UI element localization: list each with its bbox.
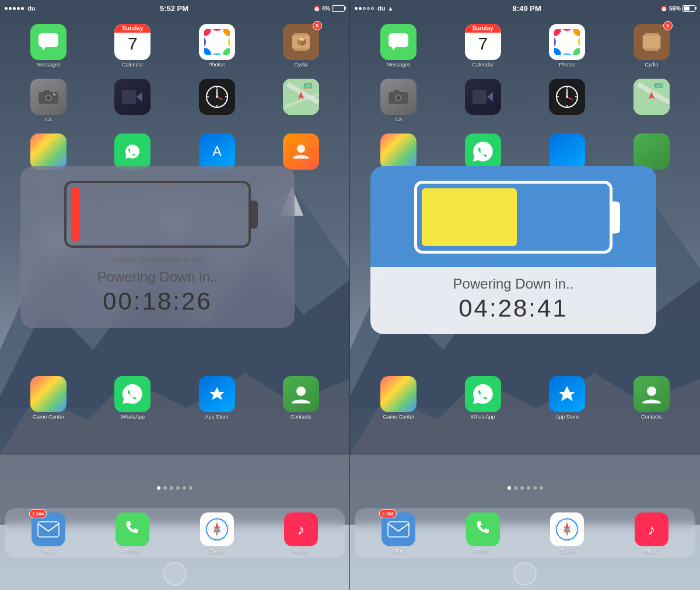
clock-icon-left[interactable] xyxy=(199,79,235,115)
app-cydia-right[interactable]: 5 Cydia xyxy=(611,24,693,68)
dot-3-left xyxy=(170,486,173,490)
dock-safari-right[interactable]: Safari xyxy=(526,512,608,554)
app-messages-left[interactable]: Messages xyxy=(8,24,89,68)
svg-point-91 xyxy=(566,96,568,98)
phone-icon-right[interactable] xyxy=(466,512,500,546)
app-contacts-row3-left[interactable] xyxy=(260,134,342,170)
app-whatsapp-row3-left[interactable] xyxy=(92,134,173,170)
dock-phone-left[interactable]: Phone xyxy=(92,512,173,554)
dock-music-left[interactable]: ♪ Music xyxy=(260,512,342,554)
safari-icon-right[interactable] xyxy=(550,512,584,546)
app-appstore-right[interactable]: App Store xyxy=(526,376,608,420)
app-cydia-left[interactable]: 📦 5 Cydia xyxy=(260,24,342,68)
calendar-icon-left[interactable]: Sunday 7 xyxy=(114,24,150,60)
app-photos-right[interactable]: Photos xyxy=(526,24,608,68)
contacts-icon-row3-left[interactable] xyxy=(283,134,319,170)
gamecenter-icon-left[interactable] xyxy=(30,134,66,170)
svg-point-84 xyxy=(397,96,400,100)
battery-popup-left: Battery Percentage is 4% Powering Down i… xyxy=(20,166,295,328)
whatsapp-icon-right[interactable] xyxy=(465,376,501,412)
maps-icon-left[interactable]: 280 280 xyxy=(283,79,319,115)
app-messages-right[interactable]: Messages xyxy=(358,24,440,68)
app-calendar-right[interactable]: Sunday 7 Calendar xyxy=(442,24,524,68)
dock-music-right[interactable]: ♪ Music xyxy=(611,512,693,554)
left-phone: du 5:52 PM ⏰ 4% Messages xyxy=(0,0,350,590)
app-gc-partial-right[interactable] xyxy=(358,134,440,170)
clock-icon-right[interactable] xyxy=(549,79,585,115)
svg-point-17 xyxy=(204,29,212,37)
app-ct-partial-right[interactable] xyxy=(611,134,693,170)
videos-icon-right[interactable] xyxy=(465,79,501,115)
appstore-icon-left[interactable] xyxy=(199,376,235,412)
app-wa-partial-right[interactable] xyxy=(442,134,524,170)
app-camera-left[interactable]: Ca xyxy=(8,79,89,122)
camera-label-left: Ca xyxy=(45,117,52,122)
app-appstore-left[interactable]: App Store xyxy=(176,376,258,420)
gc-partial-icon-right[interactable] xyxy=(380,134,416,170)
dock-mail-right[interactable]: 2,382 Mail xyxy=(358,512,440,554)
app-maps-left[interactable]: 280 280 xyxy=(260,79,342,122)
ct-partial-icon-right[interactable] xyxy=(634,134,670,170)
messages-icon-left[interactable] xyxy=(30,24,66,60)
app-appstore-row3-left[interactable]: A xyxy=(176,134,258,170)
contacts-icon-left[interactable] xyxy=(283,376,319,412)
mail-badge-right: 2,382 xyxy=(379,509,397,518)
music-icon-left[interactable]: ♪ xyxy=(284,512,318,546)
phone-icon-left[interactable] xyxy=(116,512,149,546)
photos-icon-right[interactable] xyxy=(549,24,585,60)
dock-mail-left[interactable]: 2,384 Mail xyxy=(8,512,89,554)
whatsapp-icon-row3-left[interactable] xyxy=(114,134,150,170)
maps-icon-right[interactable]: 280 xyxy=(634,79,670,115)
app-partial-w-left[interactable] xyxy=(8,134,89,170)
safari-icon-left[interactable] xyxy=(200,512,234,546)
calendar-icon-right[interactable]: Sunday 7 xyxy=(465,24,501,60)
appstore-icon-right[interactable] xyxy=(549,376,585,412)
messages-icon-right[interactable] xyxy=(380,24,416,60)
cydia-icon-left[interactable]: 📦 5 xyxy=(283,24,319,60)
camera-icon-right[interactable] xyxy=(380,79,416,115)
contacts-icon-right[interactable] xyxy=(634,376,670,412)
home-button-right[interactable] xyxy=(513,562,537,585)
dock-phone-right[interactable]: Phone xyxy=(442,512,524,554)
music-icon-right[interactable]: ♪ xyxy=(635,512,668,546)
app-clock-left[interactable] xyxy=(176,79,258,122)
svg-rect-20 xyxy=(294,33,308,36)
svg-rect-8 xyxy=(38,33,58,47)
dock-safari-left[interactable]: Safari xyxy=(176,512,258,554)
mail-icon-left[interactable]: 2,384 xyxy=(32,512,65,546)
app-photos-left[interactable]: Photos xyxy=(176,24,258,68)
app-gamecenter-left[interactable]: Game Center xyxy=(8,376,89,420)
app-grid-row3-right: Game Center WhatsApp App Store Contacts xyxy=(353,373,697,423)
mail-icon-right[interactable]: 2,382 xyxy=(382,512,415,546)
photos-icon-left[interactable] xyxy=(199,24,235,60)
gamecenter-icon2-left[interactable] xyxy=(30,376,66,412)
home-button-left[interactable] xyxy=(163,562,187,585)
cydia-label-right: Cydia xyxy=(645,62,658,68)
wa-partial-icon-right[interactable] xyxy=(465,134,501,170)
status-left-right: du ▲ xyxy=(355,5,393,12)
status-bar-right: du ▲ 8:49 PM ⏰ 56% xyxy=(350,0,700,16)
gamecenter-icon-right[interactable] xyxy=(380,376,416,412)
svg-text:280: 280 xyxy=(304,84,312,88)
app-maps-right[interactable]: 280 xyxy=(611,79,693,122)
app-whatsapp-left[interactable]: WhatsApp xyxy=(92,376,173,420)
svg-point-15 xyxy=(204,47,212,55)
appstore-icon-row3-left[interactable]: A xyxy=(199,134,235,170)
videos-icon-left[interactable] xyxy=(114,79,150,115)
app-as-partial-right[interactable] xyxy=(526,134,608,170)
app-whatsapp-right[interactable]: WhatsApp xyxy=(442,376,524,420)
app-gamecenter-right[interactable]: Game Center xyxy=(358,376,440,420)
app-camera-right[interactable]: Ca xyxy=(358,79,440,122)
app-clock-right[interactable] xyxy=(526,79,608,122)
battery-percent-text-left: Battery Percentage is 4% xyxy=(38,255,277,264)
whatsapp-icon-left[interactable] xyxy=(114,376,150,412)
app-videos-left[interactable] xyxy=(92,79,173,122)
app-videos-right[interactable] xyxy=(442,79,524,122)
cydia-icon-right[interactable]: 5 xyxy=(634,24,670,60)
app-calendar-left[interactable]: Sunday 7 Calendar xyxy=(92,24,173,68)
camera-icon-left[interactable] xyxy=(30,79,66,115)
app-contacts-left[interactable]: Contacts xyxy=(260,376,342,420)
app-grid-row1-right: Messages Sunday 7 Calendar xyxy=(353,21,697,71)
app-contacts-right[interactable]: Contacts xyxy=(611,376,693,420)
as-partial-icon-right[interactable] xyxy=(549,134,585,170)
